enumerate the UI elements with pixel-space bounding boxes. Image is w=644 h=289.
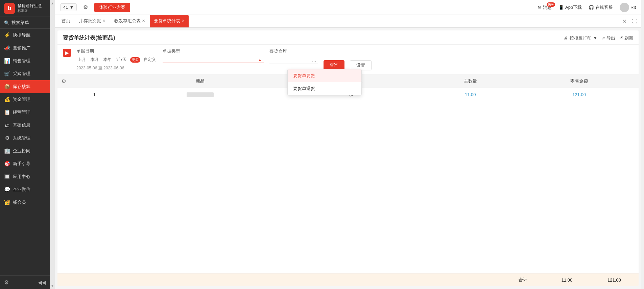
shop-selector[interactable]: 41 ▼ [60, 3, 77, 11]
last-month-btn[interactable]: 上月 [76, 56, 87, 63]
filter-type-dropdown-icon[interactable]: ▲ [258, 58, 262, 62]
topbar-right: ✉ 消息 99+ 📱 App下载 🎧 在线客服 Rit [538, 3, 636, 12]
custom-date-btn[interactable]: 自定义 [142, 56, 157, 63]
enterprise-icon: 🏢 [4, 148, 10, 154]
topbar-settings-btn[interactable]: ⚙ [81, 3, 90, 12]
print-label: 按模板打印 [570, 35, 592, 41]
sidebar-item-label: 企业微信 [13, 186, 30, 193]
finance-icon: 💰 [4, 96, 10, 103]
app-download-btn[interactable]: 📱 App下载 [558, 4, 582, 10]
dropdown-item-order-return[interactable]: 要货单退货 [288, 82, 361, 95]
page-title: 要货单统计表(按商品) [63, 35, 115, 42]
filter-type-input[interactable] [163, 56, 264, 63]
sidebar-item-operations[interactable]: 📋 经营管理 [0, 106, 50, 119]
logo-sub: 标准版 [18, 8, 42, 13]
th-settings[interactable]: ⚙ [57, 75, 70, 88]
sidebar-item-vip[interactable]: 👑 畅会员 [0, 196, 50, 209]
sidebar-item-sales[interactable]: 📊 销售管理 [0, 54, 50, 67]
sidebar-item-label: 系统管理 [13, 135, 30, 141]
online-service-label: 在线客服 [595, 4, 613, 10]
logo-icon: b [4, 3, 15, 14]
export-label: 导出 [606, 35, 615, 41]
more-date-badge[interactable]: 更多 [130, 57, 140, 63]
user-avatar[interactable]: Rit [620, 3, 636, 12]
tab-receive-summary[interactable]: 收发存汇总表 ✕ [110, 15, 149, 27]
scroll-up-icon[interactable]: ▲ [51, 1, 54, 5]
sidebar-item-inventory[interactable]: 📦 库存核算 [0, 80, 50, 93]
type-dropdown-menu: 要货单要货 要货单退货 [287, 69, 362, 95]
sidebar-item-apps[interactable]: 🔲 应用中心 [0, 170, 50, 183]
refresh-btn[interactable]: ↺ 刷新 [619, 35, 633, 41]
sidebar-nav: ⚡ 快捷导航 📣 营销推广 📊 销售管理 🛒 采购管理 📦 库存核算 💰 资金管… [0, 29, 50, 275]
sidebar-item-label: 库存核算 [13, 84, 30, 90]
sidebar-item-guide[interactable]: 🎯 新手引导 [0, 157, 50, 170]
sidebar-item-label: 企业协同 [13, 148, 30, 154]
this-year-btn[interactable]: 本年 [102, 56, 113, 63]
tab-home[interactable]: 首页 [57, 15, 74, 27]
sidebar-search[interactable]: 🔍 搜索菜单 [0, 17, 50, 29]
print-dropdown-icon: ▼ [593, 36, 597, 41]
sidebar-item-label: 资金管理 [13, 96, 30, 103]
column-settings-icon[interactable]: ⚙ [62, 78, 66, 84]
sidebar-item-quick-nav[interactable]: ⚡ 快捷导航 [0, 29, 50, 42]
tab-close-icon[interactable]: ✕ [142, 19, 145, 23]
warehouse-more-icon[interactable]: … [311, 57, 317, 63]
system-icon: ⚙ [4, 135, 10, 141]
filter-date-group: 单据日期 上月 本月 本年 近7天 更多 自定义 2023-05-06 至 20… [76, 48, 157, 71]
avatar-img [620, 3, 629, 12]
sidebar-item-enterprise[interactable]: 🏢 企业协同 [0, 144, 50, 157]
sidebar-item-label: 采购管理 [13, 71, 30, 77]
export-btn[interactable]: ↗ 导出 [601, 35, 615, 41]
dropdown-item-order-goods[interactable]: 要货单要货 [288, 69, 361, 82]
th-quantity: 主数量 [421, 75, 520, 88]
shop-dropdown-icon: ▼ [69, 5, 74, 10]
this-month-btn[interactable]: 本月 [89, 56, 100, 63]
expand-tabs-btn[interactable]: ⛶ [631, 18, 639, 25]
sidebar-item-label: 销售管理 [13, 58, 30, 64]
sidebar-bottom: ⚙ ◀◀ [0, 275, 50, 289]
close-all-tabs-btn[interactable]: ✕ [621, 18, 628, 25]
sidebar-item-system[interactable]: ⚙ 系统管理 [0, 132, 50, 144]
settings-icon[interactable]: ⚙ [4, 279, 9, 286]
filter-type-label: 单据类型 [163, 48, 264, 54]
last-7-days-btn[interactable]: 近7天 [115, 56, 128, 63]
operations-icon: 📋 [4, 109, 10, 115]
tab-order-summary[interactable]: 要货单统计表 ✕ [150, 15, 189, 27]
sidebar-item-marketing[interactable]: 📣 营销推广 [0, 42, 50, 54]
shop-number: 41 [63, 5, 68, 10]
warehouse-input-wrap: … [269, 56, 318, 64]
tab-close-icon[interactable]: ✕ [102, 19, 105, 23]
filter-expand-btn[interactable]: ▶ [63, 49, 71, 57]
message-btn[interactable]: ✉ 消息 99+ [538, 4, 552, 10]
print-btn[interactable]: 🖨 按模板打印 ▼ [564, 35, 597, 41]
sidebar-item-purchase[interactable]: 🛒 采购管理 [0, 67, 50, 80]
guide-icon: 🎯 [4, 161, 10, 167]
sidebar-item-finance[interactable]: 💰 资金管理 [0, 93, 50, 106]
td-quantity[interactable]: 11.00 [421, 88, 520, 101]
tabbar-actions: ✕ ⛶ [621, 18, 639, 25]
filter-type-input-wrap: ▲ [163, 56, 264, 63]
td-amount[interactable]: 121.00 [520, 88, 639, 101]
tab-inventory-batch[interactable]: 库存批次账 ✕ [75, 15, 110, 27]
sidebar-item-label: 畅会员 [13, 199, 26, 205]
sidebar-search-label: 搜索菜单 [11, 20, 29, 26]
quick-nav-icon: ⚡ [4, 32, 10, 38]
warehouse-input[interactable] [271, 58, 311, 63]
td-settings [57, 88, 70, 101]
trial-button[interactable]: 体验行业方案 [94, 3, 130, 12]
table-footer: 合计 11.00 121.00 [57, 273, 639, 286]
marketing-icon: 📣 [4, 45, 10, 51]
tab-close-icon[interactable]: ✕ [182, 19, 185, 23]
user-name: Rit [630, 5, 636, 10]
page-header: 要货单统计表(按商品) 🖨 按模板打印 ▼ ↗ 导出 ↺ 刷新 [57, 30, 639, 45]
sidebar-item-label: 新手引导 [13, 161, 30, 167]
online-service-btn[interactable]: 🎧 在线客服 [589, 4, 613, 10]
footer-label: 合计 [506, 277, 540, 283]
page-actions: 🖨 按模板打印 ▼ ↗ 导出 ↺ 刷新 [564, 35, 633, 41]
td-goods [119, 88, 282, 101]
sidebar-item-base[interactable]: 🗂 基础信息 [0, 119, 50, 132]
collapse-icon[interactable]: ◀◀ [38, 279, 46, 286]
sidebar-item-wechat[interactable]: 💬 企业微信 [0, 183, 50, 196]
wechat-icon: 💬 [4, 186, 10, 193]
scroll-down-icon[interactable]: ▼ [51, 284, 54, 288]
